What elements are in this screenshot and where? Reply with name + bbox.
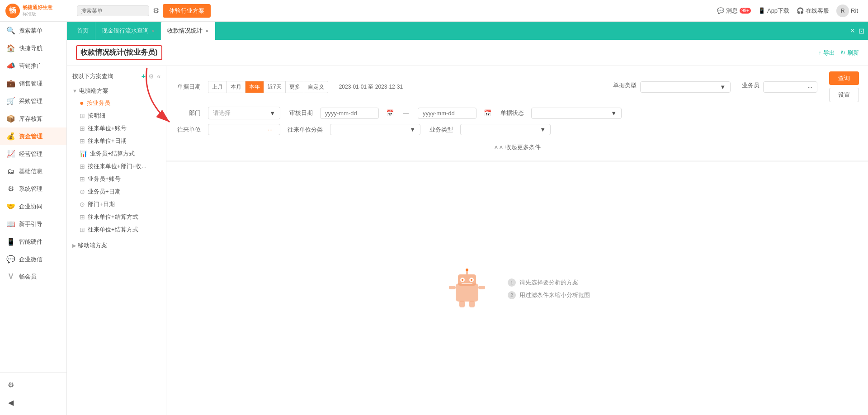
review-end-cal-icon[interactable]: 📅 [484, 109, 491, 117]
vip-icon: V [6, 273, 15, 281]
panel-collapse-btn[interactable]: « [157, 72, 160, 80]
scheme-settings-btn[interactable]: ⚙ [148, 72, 154, 80]
review-start-input[interactable] [320, 108, 379, 119]
scheme-item-partner-dept[interactable]: ⊞ 按往来单位+部门+收... [67, 160, 166, 173]
content-area: 首页 现金银行流水查询 × 收款情况统计 × × ⊡ 收款情况统计(按业务员) [67, 22, 868, 415]
sidebar-label-corp-wechat: 企业微信 [19, 255, 42, 264]
refresh-btn[interactable]: ↻ 刷新 [840, 49, 859, 57]
scheme-item-partner-date[interactable]: ⊞ 往来单位+日期 [67, 135, 166, 147]
refresh-label: 刷新 [847, 49, 859, 57]
system-icon: ⚙ [6, 184, 15, 193]
scheme-item-dept-date[interactable]: ⊙ 部门+日期 [67, 198, 166, 211]
scheme-sp-account-label: 业务员+账号 [88, 175, 121, 183]
scheme-pp2-label: 往来单位+结算方式 [88, 226, 138, 234]
sidebar-item-enterprise[interactable]: 🤝 企业协同 [0, 198, 66, 215]
top-settings-btn[interactable]: ⚙ [153, 6, 159, 15]
sidebar-item-operations[interactable]: 📈 经营管理 [0, 145, 66, 163]
sidebar-item-marketing[interactable]: 📣 营销推广 [0, 57, 66, 75]
message-icon: 💬 [717, 7, 724, 14]
tab-bar-close-btn[interactable]: × [850, 26, 855, 36]
date-btn-more[interactable]: 更多 [286, 81, 304, 93]
sidebar-item-smart-hw[interactable]: 📱 智能硬件 [0, 233, 66, 250]
sidebar-item-purchase[interactable]: 🛒 采购管理 [0, 92, 66, 110]
empty-steps: 1 请先选择要分析的方案 2 用过滤条件来缩小分析范围 [508, 278, 590, 299]
tab-bank-flow[interactable]: 现金银行流水查询 × [95, 22, 161, 40]
scheme-salesperson-icon: ● [80, 99, 84, 107]
left-panel-header: 按以下方案查询 + ⚙ « [67, 70, 166, 83]
partner-more-btn[interactable]: ··· [265, 126, 275, 133]
scheme-item-salesperson-date[interactable]: ⊙ 业务员+日期 [67, 185, 166, 198]
sidebar-item-vip[interactable]: V 畅会员 [0, 268, 66, 285]
sidebar-bottom: ⚙ ◀ [0, 372, 66, 415]
sidebar-item-guide[interactable]: 📖 新手引导 [0, 215, 66, 233]
scheme-item-partner-payment1[interactable]: ⊞ 往来单位+结算方式 [67, 211, 166, 223]
online-service-btn[interactable]: 🎧 在线客服 [797, 7, 829, 15]
partner-select[interactable]: ··· [208, 124, 280, 135]
scheme-item-by-detail[interactable]: ⊞ 按明细 [67, 109, 166, 122]
step-1-label: 请先选择要分析的方案 [519, 278, 578, 287]
sidebar-item-inventory[interactable]: 📦 库存核算 [0, 110, 66, 127]
scheme-item-by-salesperson[interactable]: ● 按业务员 [67, 97, 166, 109]
sidebar-settings-btn[interactable]: ⚙ [0, 376, 66, 394]
svg-rect-11 [469, 301, 475, 307]
scheme-item-partner-account[interactable]: ⊞ 往来单位+账号 [67, 122, 166, 135]
date-btn-this-year[interactable]: 本年 [245, 81, 264, 93]
sidebar-item-quick-nav[interactable]: 🏠 快捷导航 [0, 39, 66, 57]
scheme-group-mobile-title[interactable]: ▶ 移动端方案 [67, 240, 166, 251]
sidebar-item-sales[interactable]: 💼 销售管理 [0, 75, 66, 92]
online-service-label: 在线客服 [806, 7, 829, 15]
sidebar-item-search[interactable]: 🔍 搜索菜单 [0, 22, 66, 39]
date-btn-custom[interactable]: 自定义 [304, 81, 328, 93]
app-download-btn[interactable]: 📱 App下载 [758, 7, 789, 15]
scheme-item-salesperson-account[interactable]: ⊞ 业务员+账号 [67, 173, 166, 185]
query-btn[interactable]: 查询 [829, 71, 859, 85]
salesperson-select[interactable]: ··· [763, 81, 817, 93]
tab-bar-maximize-btn[interactable]: ⊡ [859, 27, 864, 35]
tab-bank-flow-close[interactable]: × [151, 28, 154, 33]
sidebar-collapse-btn[interactable]: ◀ [0, 394, 66, 411]
scheme-dept-date-label: 部门+日期 [88, 200, 115, 208]
scheme-group-desktop-title[interactable]: ▼ 电脑端方案 [67, 85, 166, 97]
export-btn[interactable]: ↑ 导出 [819, 49, 835, 57]
scheme-salesperson-label: 按业务员 [87, 99, 110, 107]
sidebar-label-inventory: 库存核算 [19, 115, 42, 123]
collapse-label: 收起更多条件 [505, 144, 541, 151]
date-btn-last-month[interactable]: 上月 [208, 81, 227, 93]
set-btn[interactable]: 设置 [829, 88, 859, 102]
doc-type-select[interactable]: ▼ [640, 81, 731, 93]
partner-category-select[interactable]: ▼ [330, 124, 420, 135]
date-btn-7days[interactable]: 近7天 [264, 81, 286, 93]
top-search-input[interactable] [77, 5, 149, 16]
biz-type-select[interactable]: ▼ [460, 124, 551, 135]
page-header: 收款情况统计(按业务员) ↑ 导出 ↻ 刷新 [67, 40, 868, 66]
review-end-input[interactable] [418, 108, 476, 119]
basic-icon: 🗂 [6, 167, 15, 175]
add-scheme-btn[interactable]: + [142, 72, 146, 80]
doc-status-select[interactable]: ▼ [531, 108, 622, 119]
collapse-more-btn[interactable]: ∧∧ 收起更多条件 [175, 140, 859, 155]
tab-home[interactable]: 首页 [71, 22, 95, 40]
mobile-group-arrow: ▶ [72, 243, 76, 249]
date-btn-this-month[interactable]: 本月 [227, 81, 245, 93]
sidebar-item-system[interactable]: ⚙ 系统管理 [0, 180, 66, 198]
tab-receipt-stats[interactable]: 收款情况统计 × [161, 22, 215, 40]
message-btn[interactable]: 💬 消息 99+ [717, 7, 751, 15]
tab-receipt-stats-close[interactable]: × [205, 28, 208, 33]
scheme-group-mobile: ▶ 移动端方案 [67, 238, 166, 253]
trial-btn[interactable]: 体验行业方案 [163, 4, 211, 18]
sidebar-item-basic[interactable]: 🗂 基础信息 [0, 163, 66, 180]
filter-row-3: 往来单位 ··· 往来单位分类 ▼ 业务类型 ▼ [175, 124, 859, 135]
home-icon: 🏠 [6, 44, 15, 52]
user-area[interactable]: R Rit [836, 5, 858, 17]
sidebar-item-corp-wechat[interactable]: 💬 企业微信 [0, 250, 66, 268]
scheme-sp-payment-label: 业务员+结算方式 [90, 150, 135, 158]
dept-select[interactable]: 请选择 ▼ [208, 107, 280, 119]
scheme-item-salesperson-payment[interactable]: 📊 业务员+结算方式 [67, 147, 166, 160]
review-start-cal-icon[interactable]: 📅 [386, 109, 394, 117]
user-name: Rit [851, 7, 858, 14]
scheme-item-partner-payment2[interactable]: ⊞ 往来单位+结算方式 [67, 223, 166, 236]
logo-icon: 畅 [5, 4, 20, 18]
sidebar-item-finance[interactable]: 💰 资金管理 [0, 127, 66, 145]
headset-icon: 🎧 [797, 7, 804, 14]
page-title: 收款情况统计(按业务员) [80, 48, 158, 56]
